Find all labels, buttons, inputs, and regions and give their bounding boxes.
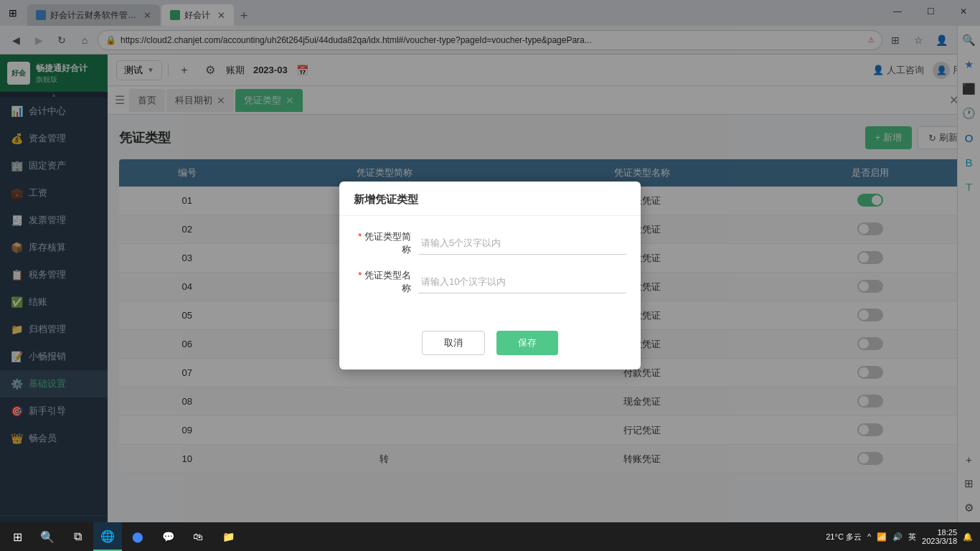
store-icon: 🛍 — [193, 531, 203, 542]
taskbar-left: ⊞ 🔍 ⧉ 🌐 ⬤ 💬 🛍 📁 — [0, 522, 245, 551]
taskbar-date: 2023/3/18 — [922, 537, 957, 545]
cancel-button[interactable]: 取消 — [422, 331, 485, 355]
edge-icon: 🌐 — [100, 529, 115, 543]
short-name-row: * 凭证类型简称 — [354, 230, 626, 256]
add-voucher-modal: 新增凭证类型 * 凭证类型简称 * 凭证类型名称 — [339, 182, 641, 369]
task-view-btn[interactable]: ⧉ — [63, 522, 92, 551]
required-mark-1: * — [358, 231, 362, 242]
files-icon: 📁 — [222, 531, 235, 542]
taskbar-app-edge[interactable]: 🌐 — [93, 522, 122, 551]
taskbar-files-icon[interactable]: 📁 — [214, 522, 242, 551]
taskbar-weather: 21°C 多云 — [826, 532, 862, 542]
taskbar-wifi-icon: 📶 — [877, 532, 887, 542]
modal-overlay: 新增凭证类型 * 凭证类型简称 * 凭证类型名称 — [0, 0, 980, 551]
taskbar-right: 21°C 多云 ^ 📶 🔊 英 18:25 2023/3/18 🔔 — [819, 528, 980, 545]
wechat-icon: 💬 — [162, 531, 174, 542]
save-button[interactable]: 保存 — [496, 331, 558, 355]
short-name-label: * 凭证类型简称 — [354, 230, 418, 256]
taskbar-lang: 英 — [908, 532, 916, 542]
chrome-icon: ⬤ — [132, 531, 143, 542]
taskbar-store-icon[interactable]: 🛍 — [184, 522, 212, 551]
modal-footer: 取消 保存 — [339, 322, 641, 369]
required-mark-2: * — [358, 270, 362, 281]
modal-title: 新增凭证类型 — [339, 182, 641, 216]
taskbar-wechat-icon[interactable]: 💬 — [154, 522, 182, 551]
taskbar-time-block[interactable]: 18:25 2023/3/18 — [922, 528, 957, 545]
full-name-input[interactable] — [418, 270, 626, 293]
full-name-label: * 凭证类型名称 — [354, 269, 418, 295]
taskbar-arrow-icon: ^ — [867, 532, 871, 541]
full-name-row: * 凭证类型名称 — [354, 269, 626, 295]
short-name-input[interactable] — [418, 232, 626, 255]
taskbar-chrome-icon[interactable]: ⬤ — [123, 522, 152, 551]
taskbar-clock: 18:25 — [922, 528, 957, 537]
search-btn[interactable]: 🔍 — [33, 522, 62, 551]
start-btn[interactable]: ⊞ — [3, 522, 32, 551]
modal-body: * 凭证类型简称 * 凭证类型名称 — [339, 216, 641, 322]
taskbar: ⊞ 🔍 ⧉ 🌐 ⬤ 💬 🛍 📁 21°C 多云 ^ 📶 🔊 英 — [0, 522, 980, 551]
taskbar-notification-icon: 🔔 — [963, 532, 973, 542]
taskbar-volume-icon: 🔊 — [892, 532, 903, 542]
